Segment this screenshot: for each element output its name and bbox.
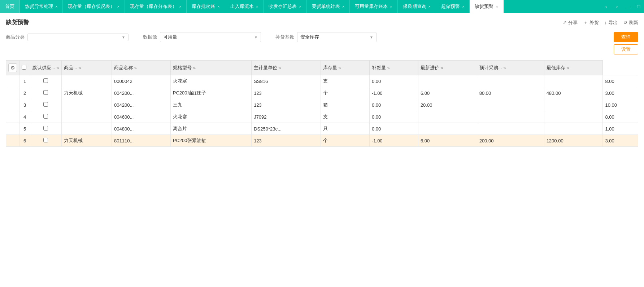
th-sort-supplier[interactable]: 默认供应... ⇅ bbox=[32, 65, 59, 71]
nav-item-5[interactable]: 出入库流水 × bbox=[225, 0, 264, 13]
replenish-base-select[interactable]: 安全库存 ▼ bbox=[297, 32, 377, 42]
row-item-name: PC200张紧油缸 bbox=[170, 135, 251, 147]
row-checkbox-4[interactable] bbox=[43, 126, 48, 131]
datasource-select[interactable]: 可用量 ▼ bbox=[160, 32, 261, 42]
row-checkbox-cell[interactable] bbox=[30, 111, 62, 123]
close-tab-11[interactable]: × bbox=[496, 4, 498, 9]
sort-price-icon: ⇅ bbox=[440, 66, 443, 70]
select-all-checkbox[interactable] bbox=[22, 65, 26, 70]
row-item-code: 004200... bbox=[112, 87, 171, 99]
replenish-base-dropdown-icon: ▼ bbox=[370, 35, 373, 39]
column-settings-button[interactable]: ⚙ bbox=[8, 63, 17, 72]
nav-item-11[interactable]: 缺货预警 × bbox=[470, 0, 503, 13]
row-checkbox-cell[interactable] bbox=[30, 99, 62, 111]
th-spec: 规格型号 ⇅ bbox=[170, 61, 251, 75]
close-tab-4[interactable]: × bbox=[217, 4, 219, 9]
sort-spec-icon: ⇅ bbox=[193, 66, 196, 70]
row-checkbox-0[interactable] bbox=[43, 78, 48, 83]
nav-item-4[interactable]: 库存批次账 × bbox=[187, 0, 225, 13]
row-checkbox-cell[interactable] bbox=[30, 135, 62, 147]
nav-item-10[interactable]: 超储预警 × bbox=[436, 0, 470, 13]
close-tab-10[interactable]: × bbox=[462, 4, 464, 9]
table-row: 1 0000042 火花塞 SS816 支 0.00 8.00 bbox=[6, 75, 638, 87]
category-dropdown-icon: ▼ bbox=[122, 35, 125, 39]
row-checkbox-5[interactable] bbox=[43, 138, 48, 142]
export-button[interactable]: ↓ 导出 bbox=[605, 19, 618, 26]
row-spec: 123 bbox=[252, 87, 321, 99]
nav-item-3[interactable]: 现存量（库存分布表） × bbox=[125, 0, 187, 13]
th-latest-price: 最新进价 ⇅ bbox=[418, 61, 477, 75]
row-stock: -1.00 bbox=[369, 87, 418, 99]
sort-replenish-icon: ⇅ bbox=[387, 66, 390, 70]
row-est-purchase: 1200.00 bbox=[544, 135, 603, 147]
row-checkbox-3[interactable] bbox=[43, 114, 48, 119]
th-sort-price[interactable]: 最新进价 ⇅ bbox=[421, 65, 475, 71]
th-sort-replenish[interactable]: 补货量 ⇅ bbox=[372, 65, 416, 71]
row-min-stock: 1.00 bbox=[603, 123, 638, 135]
nav-prev-button[interactable]: ‹ bbox=[601, 0, 612, 13]
th-sort-est[interactable]: 预计采购... ⇅ bbox=[479, 65, 542, 71]
row-min-stock: 10.00 bbox=[603, 99, 638, 111]
share-button[interactable]: ↗ 分享 bbox=[563, 19, 578, 26]
nav-item-9[interactable]: 保质期查询 × bbox=[398, 0, 436, 13]
row-unit: 箱 bbox=[321, 99, 370, 111]
query-button[interactable]: 查询 bbox=[614, 32, 638, 42]
row-latest-price bbox=[477, 111, 544, 123]
nav-minimize-button[interactable]: — bbox=[622, 0, 633, 13]
row-checkbox-1[interactable] bbox=[43, 90, 48, 95]
row-checkbox-cell[interactable] bbox=[30, 123, 62, 135]
th-sort-stock[interactable]: 库存量 ⇅ bbox=[323, 65, 367, 71]
row-est-purchase bbox=[544, 99, 603, 111]
nav-item-7[interactable]: 要货单统计表 × bbox=[307, 0, 350, 13]
row-checkbox-2[interactable] bbox=[43, 102, 48, 107]
close-tab-7[interactable]: × bbox=[342, 4, 344, 9]
row-stock: 0.00 bbox=[369, 99, 418, 111]
row-latest-price bbox=[477, 75, 544, 87]
th-replenish-qty: 补货量 ⇅ bbox=[369, 61, 418, 75]
th-sort-min-stock[interactable]: 最低库存 ⇅ bbox=[547, 65, 601, 71]
settings-button[interactable]: 设置 bbox=[614, 44, 638, 54]
row-replenish-qty bbox=[418, 123, 477, 135]
refresh-button[interactable]: ↺ 刷新 bbox=[623, 19, 638, 26]
row-est-purchase bbox=[544, 75, 603, 87]
row-latest-price: 80.00 bbox=[477, 87, 544, 99]
nav-item-1[interactable]: 炼货异常处理 × bbox=[20, 0, 63, 13]
row-gear-cell bbox=[6, 111, 19, 123]
row-checkbox-cell[interactable] bbox=[30, 87, 62, 99]
row-replenish-qty: 6.00 bbox=[418, 87, 477, 99]
nav-next-button[interactable]: › bbox=[612, 0, 622, 13]
nav-bar: 首页 炼货异常处理 × 现存量（库存状况表） × 现存量（库存分布表） × 库存… bbox=[0, 0, 644, 13]
row-supplier bbox=[61, 123, 112, 135]
nav-maximize-button[interactable]: □ bbox=[633, 0, 644, 13]
share-icon: ↗ bbox=[563, 20, 567, 25]
sort-unit-icon: ⇅ bbox=[278, 66, 281, 70]
th-min-stock: 最低库存 ⇅ bbox=[544, 61, 603, 75]
nav-item-6[interactable]: 收发存汇总表 × bbox=[264, 0, 306, 13]
row-spec: DS250*23c... bbox=[252, 123, 321, 135]
row-item-code: 004800... bbox=[112, 123, 171, 135]
table-row: 6 力天机械 801110... PC200张紧油缸 123 个 -1.00 6… bbox=[6, 135, 638, 147]
close-tab-9[interactable]: × bbox=[428, 4, 431, 9]
row-spec: 123 bbox=[252, 135, 321, 147]
close-tab-2[interactable]: × bbox=[117, 4, 119, 9]
row-item-name: 火花塞 bbox=[170, 111, 251, 123]
row-checkbox-cell[interactable] bbox=[30, 75, 62, 87]
replenish-icon: ＋ bbox=[583, 19, 588, 26]
close-tab-1[interactable]: × bbox=[55, 4, 57, 9]
close-tab-5[interactable]: × bbox=[256, 4, 258, 9]
row-supplier: 力天机械 bbox=[61, 135, 112, 147]
row-min-stock: 3.00 bbox=[603, 87, 638, 99]
close-tab-8[interactable]: × bbox=[390, 4, 392, 9]
close-tab-6[interactable]: × bbox=[299, 4, 301, 9]
close-tab-3[interactable]: × bbox=[179, 4, 181, 9]
nav-item-8[interactable]: 可用量库存账本 × bbox=[350, 0, 397, 13]
category-select[interactable]: ▼ bbox=[27, 34, 129, 41]
th-sort-name[interactable]: 商品名称 ⇅ bbox=[114, 65, 168, 71]
th-sort-spec[interactable]: 规格型号 ⇅ bbox=[173, 65, 249, 71]
nav-item-2[interactable]: 现存量（库存状况表） × bbox=[63, 0, 125, 13]
replenish-button[interactable]: ＋ 补货 bbox=[583, 19, 599, 26]
page-title: 缺货预警 bbox=[6, 19, 29, 26]
nav-item-home[interactable]: 首页 bbox=[0, 0, 20, 13]
th-sort-unit[interactable]: 主计量单位 ⇅ bbox=[254, 65, 318, 71]
th-sort-code[interactable]: 商品... ⇅ bbox=[64, 65, 109, 71]
